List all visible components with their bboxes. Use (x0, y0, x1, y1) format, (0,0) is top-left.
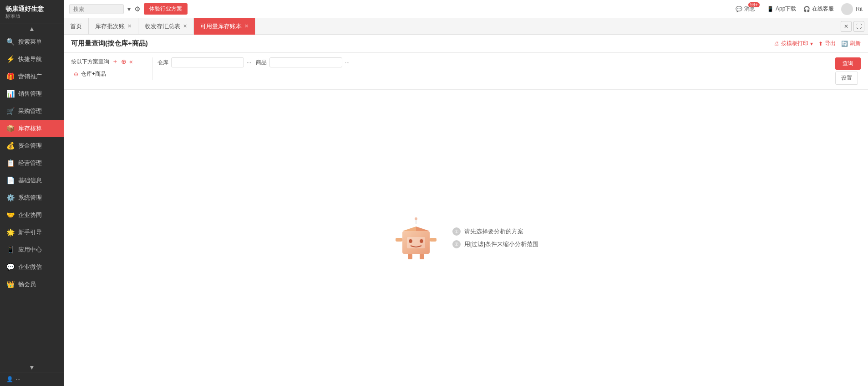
tab-close-icon[interactable]: ✕ (183, 23, 187, 29)
sidebar-item-inventory[interactable]: 📦 库存核算 (0, 120, 64, 137)
sidebar-item-search[interactable]: 🔍 搜索菜单 (0, 33, 64, 51)
empty-step-2: ② 用[过滤]条件来缩小分析范围 (452, 240, 538, 248)
maximize-button[interactable]: ⛶ (853, 21, 864, 32)
main-content: ▾ ⚙ 体验行业方案 💬 消息 99+ 📱 App下载 🎧 在线客服 Rit (64, 0, 868, 386)
sidebar-user-area[interactable]: 👤 ··· (0, 372, 64, 386)
message-icon: 💬 (736, 6, 742, 12)
empty-state: ① 请先选择要分析的方案 ② 用[过滤]条件来缩小分析范围 (64, 90, 868, 386)
topbar-search-input[interactable] (69, 4, 124, 14)
dropdown-icon: ▾ (810, 41, 813, 47)
tab-label: 可用量库存账本 (200, 22, 242, 31)
search-icon: 🔍 (6, 38, 15, 46)
sidebar-item-marketing[interactable]: 🎁 营销推广 (0, 68, 64, 85)
svg-point-11 (415, 217, 417, 220)
app-download-label: App下载 (776, 5, 796, 13)
setting-button[interactable]: 设置 (835, 72, 858, 85)
svg-rect-8 (396, 238, 402, 242)
collapse-scheme-button[interactable]: « (129, 58, 133, 65)
gear-icon: ⚙️ (6, 194, 15, 202)
handshake-icon: 🤝 (6, 211, 15, 219)
step-number-2: ② (452, 240, 461, 248)
product-more-icon[interactable]: ··· (345, 59, 350, 66)
app-download-link[interactable]: 📱 App下载 (767, 5, 796, 13)
sidebar-item-cooperation[interactable]: 🤝 企业协同 (0, 206, 64, 224)
download-icon: 📱 (767, 6, 774, 12)
tab-available-ledger[interactable]: 可用量库存账本 ✕ (194, 18, 255, 35)
message-count: 99+ (748, 2, 760, 7)
sidebar-item-label: 新手引导 (18, 228, 42, 237)
sidebar-item-operations[interactable]: 📋 经营管理 (0, 154, 64, 172)
sidebar-item-label: 企业协同 (18, 211, 42, 219)
sidebar-item-basic-info[interactable]: 📄 基础信息 (0, 172, 64, 189)
sidebar-item-label: 应用中心 (18, 246, 42, 254)
add-scheme-button[interactable]: ＋ (112, 57, 118, 66)
chart-icon: 📊 (6, 90, 15, 98)
industry-solution-button[interactable]: 体验行业方案 (144, 3, 188, 15)
lightning-icon: ⚡ (6, 55, 15, 63)
sidebar-item-guide[interactable]: 🌟 新手引导 (0, 224, 64, 241)
dropdown-arrow-button[interactable]: ▾ (127, 5, 131, 13)
sidebar-item-app-center[interactable]: 📱 应用中心 (0, 241, 64, 258)
crown-icon: 👑 (6, 280, 15, 288)
sidebar-item-label: 畅会员 (18, 280, 36, 288)
filter-fields: 仓库 ··· 商品 ··· (157, 57, 831, 67)
close-tab-button[interactable]: ✕ (841, 21, 852, 32)
warehouse-input[interactable] (171, 57, 244, 67)
sidebar-item-purchase[interactable]: 🛒 采购管理 (0, 103, 64, 120)
tab-batch-account[interactable]: 库存批次账 ✕ (89, 18, 138, 35)
sidebar-username: ··· (16, 376, 20, 382)
tab-close-icon[interactable]: ✕ (127, 23, 132, 29)
message-badge[interactable]: 💬 消息 99+ (736, 5, 755, 13)
sidebar-item-label: 快捷导航 (18, 55, 42, 63)
refresh-button[interactable]: 🔄 刷新 (841, 40, 861, 47)
export-icon: ⬆ (818, 41, 823, 47)
warehouse-more-icon[interactable]: ··· (247, 59, 251, 66)
online-service-label: 在线客服 (812, 5, 834, 13)
sidebar-item-label: 基础信息 (18, 176, 42, 185)
sidebar-item-wechat[interactable]: 💬 企业微信 (0, 258, 64, 276)
sidebar-scroll-down[interactable]: ▼ (0, 363, 64, 372)
sidebar-item-system[interactable]: ⚙️ 系统管理 (0, 189, 64, 206)
money-icon: 💰 (6, 142, 15, 150)
sidebar-item-label: 资金管理 (18, 142, 42, 150)
product-input[interactable] (269, 57, 342, 67)
export-button[interactable]: ⬆ 导出 (818, 40, 836, 47)
tab-home[interactable]: 首页 (64, 18, 89, 35)
svg-rect-6 (408, 254, 412, 259)
sidebar-item-sales[interactable]: 📊 销售管理 (0, 85, 64, 103)
page-title: 可用量查询(按仓库+商品) (71, 39, 148, 48)
tab-label: 收发存汇总表 (145, 22, 180, 31)
scheme-item-label: 仓库+商品 (81, 70, 106, 78)
empty-instructions: ① 请先选择要分析的方案 ② 用[过滤]条件来缩小分析范围 (452, 227, 538, 248)
sidebar-item-member[interactable]: 👑 畅会员 (0, 276, 64, 293)
tab-close-icon[interactable]: ✕ (244, 23, 249, 29)
sidebar-item-label: 系统管理 (18, 194, 42, 202)
step-1-text: 请先选择要分析的方案 (464, 227, 523, 236)
scheme-warehouse-product[interactable]: ⊙ 仓库+商品 (71, 68, 148, 80)
app-logo: 畅康通好生意 标准版 (0, 0, 64, 24)
user-menu[interactable]: Rit (841, 3, 863, 15)
scheme-title-text: 按以下方案查询 (71, 58, 109, 66)
scheme-settings-button[interactable]: ⊕ (121, 58, 127, 65)
query-button[interactable]: 查询 (835, 57, 861, 70)
online-service-link[interactable]: 🎧 在线客服 (803, 5, 834, 13)
svg-marker-2 (416, 226, 430, 231)
settings-icon[interactable]: ⚙ (134, 5, 140, 13)
sidebar-item-finance[interactable]: 💰 资金管理 (0, 137, 64, 154)
print-button[interactable]: 🖨 按模板打印 ▾ (774, 40, 813, 47)
tab-receive-summary[interactable]: 收发存汇总表 ✕ (138, 18, 194, 35)
doc-icon: 📄 (6, 176, 15, 185)
sidebar-item-shortcut[interactable]: ⚡ 快捷导航 (0, 51, 64, 68)
box-icon: 📦 (6, 124, 15, 133)
tab-controls: ✕ ⛶ (841, 21, 868, 32)
topbar: ▾ ⚙ 体验行业方案 💬 消息 99+ 📱 App下载 🎧 在线客服 Rit (64, 0, 868, 18)
print-label: 按模板打印 (781, 40, 808, 47)
username-display: Rit (856, 6, 863, 12)
refresh-label: 刷新 (850, 40, 861, 47)
product-filter-field: 商品 ··· (256, 57, 350, 67)
sidebar-scroll-up[interactable]: ▲ (0, 24, 64, 33)
refresh-icon: 🔄 (841, 41, 848, 47)
page-header: 可用量查询(按仓库+商品) 🖨 按模板打印 ▾ ⬆ 导出 🔄 刷新 (64, 35, 868, 53)
empty-illustration (393, 215, 439, 261)
sidebar-item-label: 经营管理 (18, 159, 42, 167)
